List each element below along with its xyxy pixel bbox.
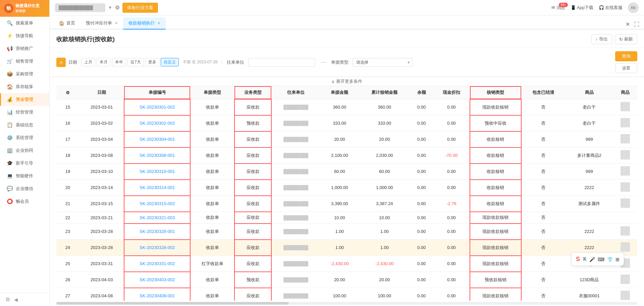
sidebar-item-enterprise[interactable]: 🏢企业协同 <box>0 144 49 157</box>
cell-biz-type: 应收款 <box>234 164 271 180</box>
export-icon: ↑ <box>596 37 598 42</box>
tab-payables[interactable]: 预付冲应付单 ✕ <box>80 17 123 29</box>
col-write-off-amount[interactable]: 累计核销金额 <box>359 86 410 99</box>
tab-home[interactable]: 🏠 首页 <box>54 17 80 29</box>
tab-receipts-close[interactable]: ✕ <box>157 21 160 25</box>
sidebar-item-sales[interactable]: 🛒销售管理 <box>0 55 49 68</box>
bill-link[interactable]: SK-20230304-001 <box>140 137 175 142</box>
sidebar-nav: 🔍搜索菜单⚡快捷导航📢营销推广🛒销售管理📦采购管理🏠库存核算💰资金管理📊经营管理… <box>0 17 49 293</box>
date-btn-more[interactable]: 更多 <box>145 58 159 66</box>
expand-more-bar[interactable]: ∨ 展开更多条件 <box>50 77 644 86</box>
grid-icon[interactable]: ⊞ <box>615 257 620 262</box>
sidebar-item-base[interactable]: 📋基础信息 <box>0 119 49 131</box>
bill-link[interactable]: SK-20230328-001 <box>140 229 175 234</box>
sidebar-item-quick[interactable]: ⚡快捷导航 <box>0 29 49 42</box>
settings-button[interactable]: 设置 <box>615 63 637 73</box>
query-button[interactable]: 查询 <box>615 51 637 61</box>
date-btn-custom[interactable]: 自定义 <box>161 58 179 66</box>
col-include-settled[interactable]: 包含已结清 <box>521 86 565 99</box>
settings-icon[interactable]: ⚙ <box>5 296 10 303</box>
sidebar-item-stock[interactable]: 🏠库存核算 <box>0 80 49 93</box>
bill-type-select[interactable]: 请选择 <box>353 58 413 67</box>
tshirt-icon[interactable]: 👕 <box>607 257 613 262</box>
bill-link[interactable]: SK-20230328-002 <box>140 245 175 250</box>
col-bill-type[interactable]: 单据类型 <box>190 86 234 99</box>
bill-link[interactable]: SK-20230310-001 <box>140 169 175 174</box>
gear-icon[interactable]: ⚙ <box>115 4 120 11</box>
sidebar-item-hardware[interactable]: 💻智能硬件 <box>0 170 49 182</box>
partner-input[interactable] <box>248 58 315 67</box>
bill-link[interactable]: SK-20230314-001 <box>140 185 175 190</box>
sidebar-item-finance[interactable]: 💰资金管理 <box>0 93 49 106</box>
tab-expand-icon[interactable]: ⛶ <box>633 21 640 28</box>
date-btn-7days[interactable]: 近7天 <box>127 58 144 66</box>
sidebar-item-purchase[interactable]: 📦采购管理 <box>0 68 49 80</box>
date-btn-last-month[interactable]: 上月 <box>81 58 95 66</box>
export-button[interactable]: ↑ 导出 <box>591 34 612 44</box>
filter-toggle-button[interactable]: » <box>56 58 66 67</box>
col-bill-no[interactable]: 单据编号 <box>124 86 190 99</box>
sidebar-item-marketing[interactable]: 📢营销推广 <box>0 42 49 55</box>
filter-sep1: | <box>222 60 223 65</box>
col-balance[interactable]: 余额 <box>410 86 433 99</box>
col-product1[interactable]: 商品 <box>565 86 613 99</box>
col-cash-discount[interactable]: 现金折扣 <box>433 86 470 99</box>
sidebar-item-label: 采购管理 <box>16 71 33 77</box>
cell-bill-amount: 1.00 <box>320 240 359 256</box>
cell-write-off-type: 现款收款核销 <box>470 99 521 115</box>
bill-link[interactable]: SK-20230301-002 <box>140 105 175 110</box>
solution-button[interactable]: 体验行业方案 <box>122 3 158 13</box>
table-row: 22 2023-03-21 SK-20230321-003 收款单 应收款 ██… <box>56 212 637 224</box>
bill-link[interactable]: SK-20230408-001 <box>140 293 175 298</box>
quick-icon: ⚡ <box>6 33 13 39</box>
avatar[interactable]: Rit <box>628 2 639 13</box>
cell-bill-amount: 2,100.00 <box>320 147 359 164</box>
page-header: 收款核销执行(按收款) ↑ 导出 ↻ 刷新 <box>50 29 644 48</box>
col-partner[interactable]: 往来单位 <box>271 86 320 99</box>
sidebar-item-guide[interactable]: 🎓新手引导 <box>0 157 49 170</box>
cell-biz-type: 预收款 <box>234 272 271 288</box>
cell-no: 26 <box>56 272 79 288</box>
cell-partner: ████████ <box>271 164 320 180</box>
keyboard-icon[interactable]: ⌨ <box>598 257 604 262</box>
date-btn-this-month[interactable]: 本月 <box>97 58 111 66</box>
col-biz-type[interactable]: 业务类型 <box>234 86 271 99</box>
col-write-off-type[interactable]: 核销类型 <box>470 86 521 99</box>
bill-link[interactable]: SK-20230315-002 <box>140 201 175 206</box>
sidebar-item-system[interactable]: ⚙️系统管理 <box>0 131 49 144</box>
table-scrollbar-thumb <box>56 302 289 305</box>
bill-link[interactable]: SK-20230308-001 <box>140 153 175 158</box>
cell-write-off-type: 收款核销 <box>470 131 521 147</box>
selector-chevron-icon[interactable]: ▼ <box>108 5 112 10</box>
cell-product1: 测试多属件 <box>565 196 613 212</box>
cell-balance: 0.00 <box>410 131 433 147</box>
bill-link[interactable]: SK-20230331-002 <box>140 261 175 266</box>
cell-bill-type: 收款单 <box>190 288 234 301</box>
online-service[interactable]: 🎧 在线客服 <box>599 5 623 11</box>
sidebar-item-search[interactable]: 🔍搜索菜单 <box>0 17 49 29</box>
tab-receipts-label: 收款核销执行 <box>128 20 155 26</box>
sidebar-item-business[interactable]: 📊经营管理 <box>0 106 49 119</box>
col-product2[interactable]: 商品 <box>613 86 637 99</box>
collapse-icon[interactable]: ◀ <box>14 297 18 302</box>
refresh-button[interactable]: ↻ 刷新 <box>615 34 637 44</box>
app-download[interactable]: 📱 App下载 <box>571 5 593 11</box>
tab-receipts[interactable]: 收款核销执行 ✕ <box>123 17 166 29</box>
date-btn-this-year[interactable]: 本年 <box>112 58 126 66</box>
col-bill-amount[interactable]: 单据金额 <box>320 86 359 99</box>
tab-close-all-icon[interactable]: ✕ <box>625 20 631 28</box>
mic-icon[interactable]: 🎤 <box>589 257 595 262</box>
account-selector[interactable]: ████████████ <box>55 3 105 12</box>
table-scrollbar[interactable] <box>56 302 637 305</box>
sidebar-item-label: 基础信息 <box>16 122 33 128</box>
col-date[interactable]: 日期 <box>79 86 124 99</box>
bill-link[interactable]: SK-20230321-003 <box>140 215 175 220</box>
sidebar-item-wechat[interactable]: 💬企业微信 <box>0 182 49 195</box>
col-gear[interactable]: ⚙ <box>56 86 79 99</box>
tab-payables-close[interactable]: ✕ <box>115 21 118 25</box>
cell-bill-amount: 1.00 <box>320 224 359 240</box>
bill-link[interactable]: SK-20230302-002 <box>140 121 175 126</box>
sidebar-item-member[interactable]: ⭕畅会员 <box>0 195 49 208</box>
messages-area[interactable]: ✉ 消息 99+ <box>551 5 565 11</box>
bill-link[interactable]: SK-20230403-002 <box>140 277 175 282</box>
